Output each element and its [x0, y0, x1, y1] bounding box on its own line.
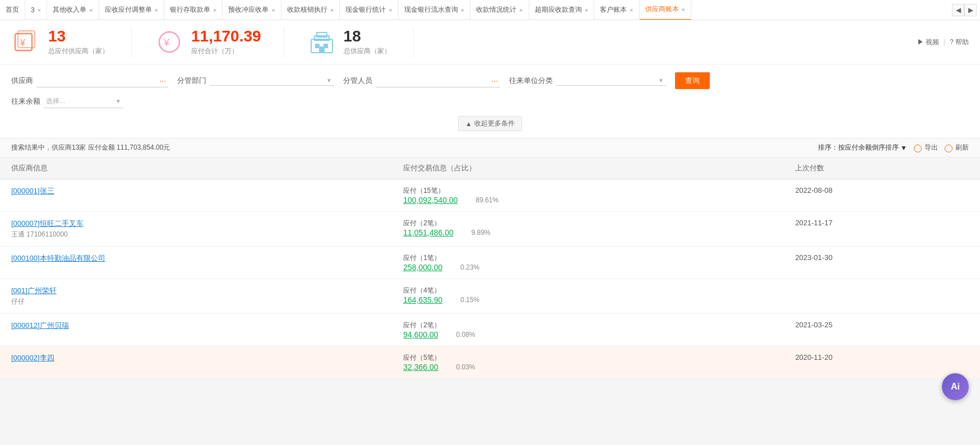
- stat-block-payable-info: 13 总应付供应商（家）: [48, 28, 109, 57]
- person-search-dots[interactable]: ···: [491, 76, 498, 85]
- dept-select-wrap[interactable]: ▼: [210, 76, 334, 86]
- supplier-link[interactable]: [000007]恒旺二手叉车: [11, 219, 84, 228]
- nav-tab-home-label: 首页: [6, 5, 19, 15]
- nav-next-arrow[interactable]: ▶: [964, 4, 977, 16]
- sort-label: 排序：按应付余额倒序排序: [818, 143, 899, 152]
- tx-cell: 应付（2笔）94,600.000.08%: [392, 314, 784, 346]
- tx-label: 应付: [403, 354, 417, 361]
- tx-count: （4笔）: [417, 286, 441, 294]
- supplier-link[interactable]: [000012]广州贝瑞: [11, 321, 69, 330]
- balance-select-wrap[interactable]: 选择... ▼: [44, 95, 123, 108]
- chevron-down-icon[interactable]: ▼: [326, 77, 332, 84]
- tx-pct: 0.03%: [456, 363, 475, 371]
- tx-amount[interactable]: 258,000.00: [403, 263, 442, 272]
- tx-amount[interactable]: 94,600.00: [403, 330, 438, 339]
- close-icon[interactable]: ×: [585, 7, 588, 13]
- nav-tab-collection-exec[interactable]: 收款核销执行 ×: [281, 0, 340, 20]
- close-icon[interactable]: ×: [389, 7, 392, 13]
- refresh-button[interactable]: 刷新: [945, 143, 969, 152]
- close-icon[interactable]: ×: [213, 7, 216, 13]
- close-icon[interactable]: ×: [330, 7, 334, 13]
- result-summary: 搜索结果中，供应商13家 应付金额 111,703,854.00元: [11, 143, 170, 152]
- supplier-search-dots[interactable]: ···: [159, 76, 166, 85]
- nav-tab-overdue-ar[interactable]: 超期应收款查询 ×: [529, 0, 594, 20]
- stat-block-total-info: 11,170.39 应付合计（万）: [191, 28, 261, 57]
- sort-button[interactable]: 排序：按应付余额倒序排序 ▼: [818, 143, 907, 152]
- tx-amount[interactable]: 164,635.90: [403, 295, 442, 304]
- nav-tab-supplier-ledger-label: 供应商账本: [645, 4, 679, 14]
- tx-cell: 应付（15笔）100,092,540.0089.61%: [392, 179, 784, 212]
- tx-info-line: 应付（2笔）: [403, 219, 773, 228]
- tx-count: （1笔）: [417, 254, 441, 262]
- close-icon[interactable]: ×: [38, 7, 41, 13]
- separator: |: [944, 38, 945, 46]
- refresh-radio-icon: [945, 145, 953, 152]
- query-button[interactable]: 查询: [675, 72, 710, 89]
- supplier-input[interactable]: [39, 77, 158, 85]
- supplier-cell: [000002]李四: [0, 346, 392, 379]
- tx-amount-line: 258,000.000.23%: [403, 263, 773, 272]
- svg-rect-8: [315, 44, 320, 48]
- collapse-button[interactable]: ▲ 收起更多条件: [458, 116, 522, 131]
- nav-tab-ar-ap-adjust-label: 应收应付调整单: [105, 5, 152, 15]
- chevron-down-icon-3[interactable]: ▼: [115, 98, 121, 104]
- collapse-icon: ▲: [465, 120, 472, 128]
- payable-suppliers-icon: ¥: [11, 27, 41, 57]
- person-input[interactable]: [378, 77, 489, 85]
- total-suppliers-value: 18: [344, 28, 391, 45]
- balance-label: 往来余额: [11, 96, 40, 106]
- supplier-link[interactable]: [000002]李四: [11, 354, 54, 362]
- supplier-link[interactable]: [000100]本特勤油品有限公司: [11, 254, 105, 262]
- table-row: [000100]本特勤油品有限公司应付（1笔）258,000.000.23%20…: [0, 247, 980, 279]
- tx-pct: 89.61%: [476, 196, 499, 204]
- tx-amount[interactable]: 11,051,486.00: [403, 228, 454, 237]
- close-icon[interactable]: ×: [682, 6, 685, 13]
- svg-text:¥: ¥: [163, 37, 170, 48]
- nav-tab-collection-stats[interactable]: 收款情况统计 ×: [470, 0, 529, 20]
- nav-tab-collection-exec-label: 收款核销执行: [287, 5, 327, 15]
- close-icon[interactable]: ×: [155, 7, 158, 13]
- category-select-wrap[interactable]: ▼: [556, 76, 666, 86]
- top-navigation: 首页 3 × 其他收入单 × 应收应付调整单 × 银行存取款单 × 预收冲应收单…: [0, 0, 980, 20]
- tx-amount[interactable]: 32,366.00: [403, 363, 438, 372]
- chevron-down-icon-2[interactable]: ▼: [658, 77, 664, 84]
- tx-info-line: 应付（15笔）: [403, 186, 773, 196]
- nav-tab-cash-bank-stats[interactable]: 现金银行统计 ×: [340, 0, 398, 20]
- table-row: [000002]李四应付（5笔）32,366.000.03%2020-11-20: [0, 346, 980, 379]
- payable-total-label: 应付合计（万）: [191, 47, 261, 56]
- tx-amount-line: 32,366.000.03%: [403, 363, 773, 372]
- nav-tab-prepay-offset[interactable]: 预收冲应收单 ×: [223, 0, 281, 20]
- tx-cell: 应付（2笔）11,051,486.009.89%: [392, 212, 784, 247]
- close-icon[interactable]: ×: [89, 7, 93, 13]
- close-icon[interactable]: ×: [630, 7, 633, 13]
- nav-tab-home[interactable]: 首页: [0, 0, 25, 20]
- stats-bar: ¥ 13 总应付供应商（家） ¥ 11,170.39 应付合计（万）: [0, 20, 980, 64]
- collapse-label: 收起更多条件: [474, 119, 515, 128]
- video-link[interactable]: ▶ 视频: [917, 38, 939, 47]
- svg-text:¥: ¥: [20, 38, 25, 48]
- supplier-cell: [000012]广州贝瑞: [0, 314, 392, 346]
- close-icon[interactable]: ×: [271, 7, 275, 13]
- nav-tab-ar-ap-adjust[interactable]: 应收应付调整单 ×: [99, 0, 164, 20]
- balance-field: 往来余额 选择... ▼: [11, 95, 123, 108]
- supplier-link[interactable]: [001]广州荣轩: [11, 286, 57, 295]
- tx-count: （15笔）: [417, 187, 444, 194]
- nav-tab-collection-stats-label: 收款情况统计: [476, 5, 516, 15]
- nav-tab-customer-ledger[interactable]: 客户账本 ×: [594, 0, 639, 20]
- nav-tab-bank-deposit[interactable]: 银行存取款单 ×: [164, 0, 223, 20]
- tx-label: 应付: [403, 187, 417, 194]
- tx-amount[interactable]: 100,092,540.00: [403, 196, 457, 205]
- nav-tab-3[interactable]: 3 ×: [25, 0, 47, 20]
- close-icon[interactable]: ×: [461, 7, 464, 13]
- nav-tab-supplier-ledger[interactable]: 供应商账本 ×: [640, 0, 691, 20]
- supplier-link[interactable]: [000001]张三: [11, 187, 54, 195]
- tx-amount-line: 100,092,540.0089.61%: [403, 196, 773, 205]
- last-pay-cell: 2022-08-08: [784, 179, 980, 212]
- nav-tab-other-income[interactable]: 其他收入单 ×: [47, 0, 99, 20]
- close-icon[interactable]: ×: [519, 7, 523, 13]
- tx-label: 应付: [403, 321, 417, 329]
- help-link[interactable]: ? 帮助: [950, 38, 969, 47]
- nav-prev-arrow[interactable]: ◀: [952, 4, 964, 16]
- nav-tab-cash-flow-query[interactable]: 现金银行流水查询 ×: [399, 0, 470, 20]
- export-button[interactable]: 导出: [914, 143, 938, 152]
